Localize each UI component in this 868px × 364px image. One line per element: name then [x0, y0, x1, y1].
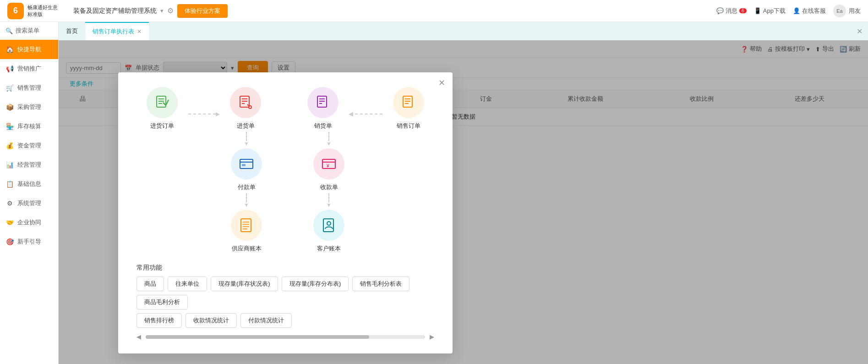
tab-bar: 首页 销售订单执行表 ✕ ✕	[59, 22, 868, 40]
purchase-bill-label: 进货单	[237, 122, 255, 130]
message-icon: 💬	[716, 7, 724, 14]
flow-section: 进货订单 ▶	[136, 87, 434, 253]
flow-sales-bill[interactable]: 销货单	[297, 87, 349, 130]
svg-rect-20	[242, 164, 246, 166]
message-badge: 6	[739, 8, 747, 13]
flow-purchase-order[interactable]: 进货订单	[136, 87, 188, 130]
sidebar-item-cooperation[interactable]: 🤝 企业协同	[0, 213, 58, 232]
main-area: 🔍 搜索菜单 🏠 快捷导航 📢 营销推广 🛒 销售管理 📦	[0, 22, 868, 364]
logo-area: 6 畅康通好生意 标准版	[7, 3, 66, 19]
func-btn-payment-stat[interactable]: 付款情况统计	[240, 313, 292, 328]
func-buttons-row2: 销售排行榜 收款情况统计 付款情况统计	[136, 313, 434, 328]
flow-receipt-bill[interactable]: ¥ 收款单	[301, 148, 356, 191]
scroll-right-btn[interactable]: ▶	[430, 333, 434, 340]
receipt-bill-circle: ¥	[313, 148, 344, 179]
common-functions: 常用功能 商品 往来单位 现存量(库存状况表) 现存量(库存分布表) 销售毛利分…	[136, 264, 434, 328]
svg-point-9	[249, 106, 251, 109]
system-dropdown-icon[interactable]: ▾	[160, 7, 164, 14]
flow-sales-order[interactable]: 销售订单	[382, 87, 434, 130]
user-area[interactable]: Ea 用友	[833, 5, 861, 17]
guide-icon: 🎯	[5, 238, 14, 246]
settings-icon[interactable]: ⚙	[167, 6, 174, 15]
sidebar-item-sales[interactable]: 🛒 销售管理	[0, 78, 58, 98]
scroll-thumb[interactable]	[146, 335, 369, 339]
flow-purchase-bill[interactable]: 进货单	[220, 87, 272, 130]
svg-rect-24	[241, 219, 251, 232]
system-title: 装备及固定资产辅助管理系统	[73, 7, 157, 15]
func-btn-stock-status[interactable]: 现存量(库存状况表)	[211, 277, 278, 291]
svg-rect-18	[240, 159, 253, 168]
sales-order-circle	[393, 87, 424, 118]
operations-icon: 📊	[5, 161, 14, 169]
content-area: 首页 销售订单执行表 ✕ ✕	[59, 22, 868, 364]
avatar: Ea	[833, 5, 846, 17]
app-download-btn[interactable]: 📱 App下载	[754, 7, 786, 15]
sales-icon: 🛒	[5, 84, 14, 92]
logo-icon: 6	[7, 3, 24, 19]
search-menu[interactable]: 🔍 搜索菜单	[0, 22, 58, 40]
sidebar-item-guide[interactable]: 🎯 新手引导	[0, 232, 58, 251]
modal-close-btn[interactable]: ✕	[438, 78, 445, 88]
sidebar: 🔍 搜索菜单 🏠 快捷导航 📢 营销推广 🛒 销售管理 📦	[0, 22, 59, 364]
common-title: 常用功能	[136, 264, 434, 272]
func-btn-receipt-stat[interactable]: 收款情况统计	[186, 313, 237, 328]
try-button[interactable]: 体验行业方案	[177, 4, 228, 18]
sidebar-nav: 🏠 快捷导航 📢 营销推广 🛒 销售管理 📦 采购管理 🏪 库存核	[0, 40, 58, 364]
system-icon: ⚙	[5, 199, 14, 207]
func-btn-sales-rank[interactable]: 销售排行榜	[136, 313, 182, 328]
arrow-h-1: ▶	[188, 111, 220, 117]
modal: ✕	[118, 72, 453, 353]
modal-scrollbar: ◀ ▶	[136, 335, 434, 339]
payment-bill-circle	[231, 148, 262, 179]
top-middle: 装备及固定资产辅助管理系统 ▾ ⚙ 体验行业方案	[66, 4, 716, 18]
online-service-btn[interactable]: 👤 在线客服	[793, 7, 826, 15]
logo-text: 畅康通好生意 标准版	[27, 4, 58, 17]
service-icon: 👤	[793, 7, 800, 14]
func-btn-products[interactable]: 商品	[136, 277, 164, 291]
payment-bill-label: 付款单	[238, 183, 256, 191]
sidebar-item-quick-nav[interactable]: 🏠 快捷导航	[0, 40, 58, 59]
receipt-bill-label: 收款单	[320, 183, 338, 191]
func-btn-sales-gross[interactable]: 销售毛利分析表	[352, 277, 409, 291]
flow-customer-ledger[interactable]: 客户账本	[301, 210, 356, 253]
flow-supplier-ledger[interactable]: 供应商账本	[219, 210, 274, 253]
sidebar-item-purchase[interactable]: 📦 采购管理	[0, 98, 58, 117]
download-icon: 📱	[754, 7, 761, 14]
scroll-left-btn[interactable]: ◀	[136, 333, 141, 340]
sales-bill-circle	[307, 87, 338, 118]
tab-sales-order[interactable]: 销售订单执行表 ✕	[85, 22, 149, 40]
scroll-track	[146, 335, 425, 339]
sidebar-item-system[interactable]: ⚙ 系统管理	[0, 194, 58, 213]
sidebar-item-basic-info[interactable]: 📋 基础信息	[0, 174, 58, 194]
inventory-icon: 🏪	[5, 122, 14, 130]
arrow-h-2: ◀	[349, 110, 382, 117]
top-bar: 6 畅康通好生意 标准版 装备及固定资产辅助管理系统 ▾ ⚙ 体验行业方案 💬 …	[0, 0, 868, 22]
sidebar-item-operations[interactable]: 📊 经营管理	[0, 155, 58, 174]
tab-bar-right: ✕	[857, 27, 868, 36]
modal-overlay[interactable]: ✕	[59, 40, 868, 364]
tab-close-icon[interactable]: ✕	[137, 28, 142, 35]
basic-info-icon: 📋	[5, 180, 14, 188]
svg-text:¥: ¥	[326, 163, 329, 168]
func-btn-product-gross[interactable]: 商品毛利分析	[136, 295, 188, 310]
func-buttons-row1: 商品 往来单位 现存量(库存状况表) 现存量(库存分布表) 销售毛利分析表 商品…	[136, 277, 434, 310]
message-btn[interactable]: 💬 消息 6	[716, 7, 747, 15]
purchase-order-label: 进货订单	[150, 122, 174, 130]
flow-payment-bill[interactable]: 付款单	[219, 148, 274, 191]
supplier-ledger-label: 供应商账本	[232, 244, 262, 253]
func-btn-stock-dist[interactable]: 现存量(库存分布表)	[282, 277, 349, 291]
sidebar-item-finance[interactable]: 💰 资金管理	[0, 136, 58, 155]
cooperation-icon: 🤝	[5, 218, 14, 227]
purchase-icon: 📦	[5, 103, 14, 111]
finance-icon: 💰	[5, 141, 14, 150]
tab-home[interactable]: 首页	[59, 22, 85, 40]
func-btn-partners[interactable]: 往来单位	[168, 277, 207, 291]
svg-point-30	[327, 222, 331, 225]
top-icons: 💬 消息 6 📱 App下载 👤 在线客服 Ea 用友	[716, 5, 861, 17]
content-main: ❓ 帮助 🖨 按模板打印 ▾ ⬆ 导出	[59, 40, 868, 364]
close-all-btn[interactable]: ✕	[857, 27, 863, 35]
supplier-ledger-circle	[231, 210, 262, 241]
sidebar-item-marketing[interactable]: 📢 营销推广	[0, 59, 58, 78]
search-icon: 🔍	[5, 27, 13, 34]
sidebar-item-inventory[interactable]: 🏪 库存核算	[0, 117, 58, 136]
